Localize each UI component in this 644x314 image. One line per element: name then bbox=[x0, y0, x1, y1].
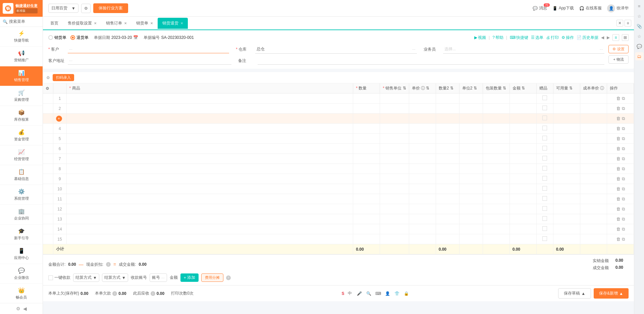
row-amount-cell[interactable] bbox=[509, 214, 536, 224]
row-unit-cell[interactable] bbox=[380, 194, 409, 204]
row-cost-cell[interactable] bbox=[580, 174, 607, 184]
sidebar-item-appstore[interactable]: 📱 应用中心 bbox=[0, 244, 43, 264]
row-delete-icon[interactable]: 🗑 bbox=[616, 186, 621, 192]
row-avail-cell[interactable] bbox=[553, 144, 580, 154]
tool-select[interactable]: ☰ 选单 bbox=[531, 35, 543, 41]
logistics-btn[interactable]: + 物流 bbox=[608, 55, 629, 64]
save-new-btn[interactable]: 保存&新增 ▲ bbox=[594, 288, 629, 299]
gear-icon[interactable]: ⚙ bbox=[46, 75, 50, 80]
row-cost-cell[interactable] bbox=[580, 234, 607, 244]
row-price-cell[interactable] bbox=[409, 174, 436, 184]
row-qty2-cell[interactable] bbox=[436, 124, 459, 134]
sidebar-item-operation[interactable]: 📈 经营管理 bbox=[0, 145, 43, 165]
topbar-online-service[interactable]: 🎧 在线客服 bbox=[579, 5, 602, 11]
sidebar-item-purchase[interactable]: 🛒 采购管理 bbox=[0, 86, 43, 106]
row-unit2-cell[interactable] bbox=[459, 194, 483, 204]
row-unit-cell[interactable] bbox=[380, 104, 409, 114]
row-product-cell[interactable] bbox=[66, 144, 353, 154]
row-qty-cell[interactable] bbox=[353, 164, 380, 174]
info-icon[interactable]: i bbox=[106, 262, 111, 267]
topbar-message[interactable]: 💬 消息 70 bbox=[533, 5, 547, 11]
row-unit2-cell[interactable] bbox=[459, 114, 483, 124]
row-qty2-cell[interactable] bbox=[436, 224, 459, 234]
row-delete-icon[interactable]: 🗑 bbox=[616, 166, 621, 172]
row-unit2-cell[interactable] bbox=[459, 204, 483, 214]
save-draft-btn[interactable]: 保存草稿 ▲ bbox=[558, 288, 591, 299]
gift-checkbox[interactable] bbox=[542, 126, 547, 130]
row-unit-cell[interactable] bbox=[380, 224, 409, 234]
date-value[interactable]: 2023-03-20 bbox=[111, 35, 132, 40]
row-amount-cell[interactable] bbox=[509, 194, 536, 204]
salesperson-input[interactable]: 选择... ··· bbox=[443, 45, 604, 54]
row-qty2-cell[interactable] bbox=[436, 174, 459, 184]
gift-checkbox[interactable] bbox=[542, 166, 547, 171]
row-delete-icon[interactable]: 🗑 bbox=[616, 136, 621, 141]
account-select[interactable]: 账号 ··· bbox=[150, 273, 167, 282]
row-cost-cell[interactable] bbox=[580, 104, 607, 114]
row-price-cell[interactable] bbox=[409, 214, 436, 224]
row-qty-cell[interactable] bbox=[353, 174, 380, 184]
sidebar-collapse-btn[interactable]: ◀ bbox=[23, 306, 27, 311]
right-sidebar-btn-2[interactable]: ☆ bbox=[635, 12, 643, 20]
row-avail-cell[interactable] bbox=[553, 104, 580, 114]
row-copy-icon[interactable]: ⧉ bbox=[622, 106, 625, 111]
row-delete-icon[interactable]: 🗑 bbox=[616, 206, 621, 212]
row-copy-icon[interactable]: ⧉ bbox=[622, 196, 625, 202]
footer-tool-keyboard[interactable]: ⌨ bbox=[374, 290, 382, 297]
row-avail-cell[interactable] bbox=[553, 204, 580, 214]
gift-checkbox[interactable] bbox=[542, 196, 547, 201]
row-avail-cell[interactable] bbox=[553, 174, 580, 184]
row-qty-cell[interactable] bbox=[353, 204, 380, 214]
row-delete-icon[interactable]: 🗑 bbox=[616, 106, 621, 111]
row-price-cell[interactable] bbox=[409, 234, 436, 244]
row-delete-icon[interactable]: 🗑 bbox=[616, 96, 621, 101]
row-product-cell[interactable] bbox=[66, 194, 353, 204]
row-unit-cell[interactable] bbox=[380, 154, 409, 164]
row-pack-cell[interactable] bbox=[483, 154, 509, 164]
sidebar-item-enterprise[interactable]: 🏢 企业协同 bbox=[0, 205, 43, 225]
row-cost-cell[interactable] bbox=[580, 224, 607, 234]
sidebar-item-newguide[interactable]: 🎓 新手引导 bbox=[0, 225, 43, 244]
row-unit2-cell[interactable] bbox=[459, 234, 483, 244]
row-qty-cell[interactable] bbox=[353, 144, 380, 154]
footer-tool-lock[interactable]: 🔒 bbox=[402, 290, 410, 297]
row-delete-icon[interactable]: 🗑 bbox=[616, 227, 621, 232]
row-amount-cell[interactable] bbox=[509, 234, 536, 244]
row-cost-cell[interactable] bbox=[580, 214, 607, 224]
row-product-cell[interactable] bbox=[66, 104, 353, 114]
row-amount-cell[interactable] bbox=[509, 144, 536, 154]
row-pack-cell[interactable] bbox=[483, 174, 509, 184]
row-qty-cell[interactable] bbox=[353, 124, 380, 134]
footer-tool-mic[interactable]: 🎤 bbox=[356, 290, 363, 297]
gift-checkbox[interactable] bbox=[542, 186, 547, 191]
row-price-cell[interactable] bbox=[409, 164, 436, 174]
tab-price-extract[interactable]: 售价提取设置 ✕ bbox=[63, 18, 101, 29]
row-pack-cell[interactable] bbox=[483, 194, 509, 204]
sidebar-search[interactable]: 🔍 搜索菜单 bbox=[0, 17, 43, 27]
row-price-cell[interactable] bbox=[409, 104, 436, 114]
row-amount-cell[interactable] bbox=[509, 134, 536, 144]
row-price-cell[interactable] bbox=[409, 144, 436, 154]
row-cost-cell[interactable] bbox=[580, 134, 607, 144]
row-pack-cell[interactable] bbox=[483, 93, 509, 104]
expense-btn[interactable]: 费用分摊 bbox=[201, 273, 223, 282]
row-qty-cell[interactable] bbox=[353, 154, 380, 164]
row-pack-cell[interactable] bbox=[483, 124, 509, 134]
setting-btn[interactable]: ⚙ 设置 bbox=[608, 45, 629, 53]
row-unit2-cell[interactable] bbox=[459, 184, 483, 194]
row-qty2-cell[interactable] bbox=[436, 214, 459, 224]
debt-info-icon[interactable]: i bbox=[112, 291, 117, 296]
row-qty2-cell[interactable] bbox=[436, 114, 459, 124]
row-product-cell[interactable] bbox=[66, 93, 353, 104]
row-product-cell[interactable] bbox=[66, 114, 353, 124]
row-product-cell[interactable] bbox=[66, 234, 353, 244]
row-avail-cell[interactable] bbox=[553, 154, 580, 164]
row-price-cell[interactable] bbox=[409, 124, 436, 134]
row-qty-cell[interactable] bbox=[353, 184, 380, 194]
warehouse-input[interactable]: 总仓 ··· bbox=[255, 45, 417, 54]
sidebar-item-wechat[interactable]: 💬 企业微信 bbox=[0, 264, 43, 284]
row-unit-cell[interactable] bbox=[380, 214, 409, 224]
row-copy-icon[interactable]: ⧉ bbox=[622, 146, 625, 151]
row-cost-cell[interactable] bbox=[580, 114, 607, 124]
row-unit2-cell[interactable] bbox=[459, 93, 483, 104]
